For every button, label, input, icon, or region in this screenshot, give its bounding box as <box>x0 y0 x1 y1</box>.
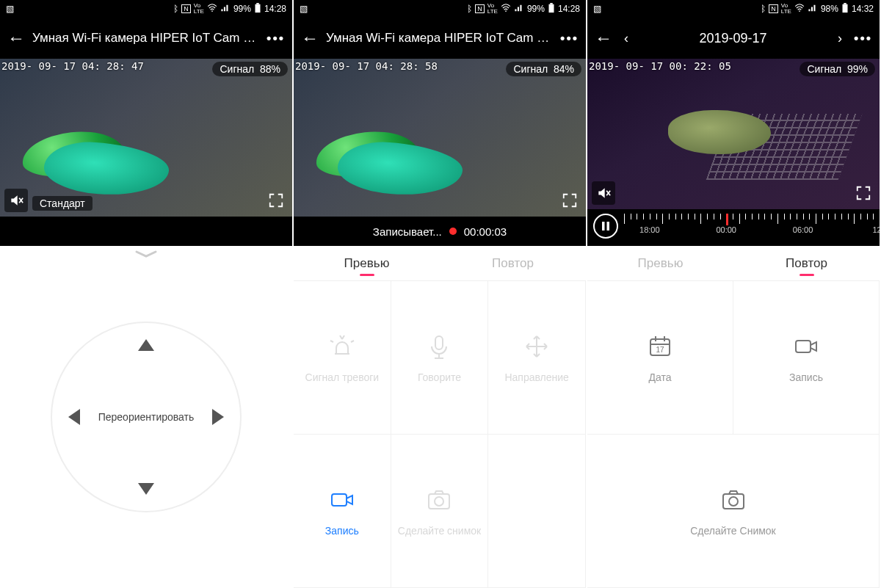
app-header: ← ‹ 2019-09-17 › ••• <box>587 18 880 59</box>
mute-icon[interactable] <box>592 181 615 205</box>
more-icon[interactable]: ••• <box>560 31 579 46</box>
signal-icon <box>220 4 231 15</box>
drag-handle-icon[interactable] <box>135 250 157 256</box>
screenshot-icon: ▧ <box>593 4 601 14</box>
video-timestamp: 2019- 09- 17 04: 28: 47 <box>1 60 144 72</box>
status-bar: ▧ ᛒ N VoLTE 99% 14:28 <box>0 0 292 18</box>
timeline[interactable]: 18:00 00:00 06:00 12 <box>587 209 880 246</box>
more-icon[interactable]: ••• <box>267 31 285 46</box>
back-icon[interactable]: ← <box>595 28 612 48</box>
volte-icon: VoLTE <box>781 3 791 15</box>
battery-text: 99% <box>527 4 545 14</box>
back-icon[interactable]: ← <box>7 28 25 48</box>
nfc-icon: N <box>475 4 485 13</box>
bluetooth-icon: ᛒ <box>467 4 472 14</box>
alarm-button[interactable]: Сигнал тревоги <box>294 281 391 435</box>
mute-icon[interactable] <box>4 189 28 212</box>
ptz-right-button[interactable] <box>212 409 224 425</box>
record-button[interactable]: Запись <box>733 281 880 435</box>
clock-text: 14:28 <box>264 4 286 14</box>
header-date[interactable]: 2019-09-17 <box>640 31 826 46</box>
live-video[interactable]: 2019- 09- 17 04: 28: 47 Сигнал 88% Станд… <box>0 59 292 217</box>
page-title: Умная Wi-Fi камера HIPER IoT Cam M2 <box>326 31 553 46</box>
recording-label: Записывает... <box>373 225 442 238</box>
ptz-up-button[interactable] <box>138 339 154 351</box>
bluetooth-icon: ᛒ <box>761 4 766 14</box>
date-next-icon[interactable]: › <box>833 31 846 46</box>
ptz-ring: Переориентировать <box>51 322 242 512</box>
battery-text: 98% <box>821 4 838 14</box>
action-grid: 17 Дата Запись Сделайте Снимок <box>587 281 880 588</box>
ptz-label: Переориентировать <box>98 411 195 423</box>
signal-badge: Сигнал 99% <box>800 62 875 76</box>
talk-button[interactable]: Говорите <box>391 281 489 435</box>
snapshot-button[interactable]: Сделайте Снимок <box>587 435 880 588</box>
ptz-down-button[interactable] <box>138 483 154 495</box>
live-video[interactable]: 2019- 09- 17 04: 28: 58 Сигнал 84% <box>294 59 586 217</box>
nfc-icon: N <box>769 4 778 13</box>
battery-icon <box>841 3 849 15</box>
timeline-label: 18:00 <box>639 225 660 234</box>
record-button[interactable]: Запись <box>294 435 391 588</box>
screen-live-grid: ▧ ᛒ N VoLTE 99% 14:28 ← Умная Wi-Fi каме… <box>294 0 587 588</box>
app-header: ← Умная Wi-Fi камера HIPER IoT Cam M2 ••… <box>294 18 586 59</box>
timeline-track[interactable]: 18:00 00:00 06:00 12 <box>624 214 880 243</box>
clock-text: 14:28 <box>558 4 580 14</box>
battery-icon <box>548 3 555 15</box>
fullscreen-icon[interactable] <box>852 181 875 205</box>
svg-rect-6 <box>550 3 553 4</box>
back-icon[interactable]: ← <box>301 28 319 48</box>
signal-badge: Сигнал 88% <box>212 62 288 76</box>
screenshot-icon: ▧ <box>6 4 14 14</box>
svg-text:17: 17 <box>656 346 664 354</box>
screen-playback: ▧ ᛒ N VoLTE 98% 14:32 ← ‹ 2019-09-17 › •… <box>587 0 881 588</box>
video-timestamp: 2019- 09- 17 00: 22: 05 <box>589 60 731 72</box>
tab-preview[interactable]: Превью <box>587 246 733 280</box>
video-timestamp: 2019- 09- 17 04: 28: 58 <box>295 60 438 72</box>
action-grid: Сигнал тревоги Говорите Направление Запи… <box>294 281 586 588</box>
snapshot-button[interactable]: Сделайте снимок <box>391 435 489 588</box>
more-icon[interactable]: ••• <box>854 31 872 46</box>
svg-rect-13 <box>844 3 846 4</box>
date-prev-icon[interactable]: ‹ <box>620 31 633 46</box>
svg-rect-18 <box>607 222 610 231</box>
timeline-label: 00:00 <box>716 225 736 234</box>
svg-rect-9 <box>332 494 347 506</box>
wifi-icon <box>501 4 511 15</box>
svg-point-11 <box>435 497 443 506</box>
date-button[interactable]: 17 Дата <box>587 281 733 435</box>
direction-button[interactable]: Направление <box>488 281 586 435</box>
playback-video[interactable]: 2019- 09- 17 00: 22: 05 Сигнал 99% <box>587 59 880 209</box>
bluetooth-icon: ᛒ <box>173 4 178 14</box>
signal-icon <box>514 4 524 15</box>
quality-badge[interactable]: Стандарт <box>32 196 93 211</box>
tab-replay[interactable]: Повтор <box>440 246 586 280</box>
timeline-label: 12 <box>872 225 880 234</box>
pause-icon[interactable] <box>593 214 618 239</box>
battery-icon <box>254 3 261 15</box>
ptz-panel: Переориентировать <box>0 246 292 588</box>
fullscreen-icon[interactable] <box>558 189 581 212</box>
ptz-left-button[interactable] <box>68 409 80 425</box>
svg-rect-2 <box>255 4 260 12</box>
black-strip <box>0 217 292 246</box>
volte-icon: VoLTE <box>194 3 204 15</box>
wifi-icon <box>794 4 805 15</box>
svg-point-23 <box>729 497 738 506</box>
recording-elapsed: 00:00:03 <box>464 225 507 238</box>
svg-rect-8 <box>435 336 443 349</box>
tab-replay[interactable]: Повтор <box>733 246 880 280</box>
signal-icon <box>808 4 818 15</box>
svg-point-12 <box>799 10 800 12</box>
timeline-label: 06:00 <box>793 225 813 234</box>
page-title: Умная Wi-Fi камера HIPER IoT Cam M2 <box>32 31 259 46</box>
fullscreen-icon[interactable] <box>264 189 288 212</box>
volte-icon: VoLTE <box>487 3 498 15</box>
tabs: Превью Повтор <box>294 246 586 281</box>
tab-preview[interactable]: Превью <box>294 246 440 280</box>
clock-text: 14:32 <box>852 4 874 14</box>
timeline-marker[interactable] <box>726 214 728 225</box>
svg-rect-7 <box>548 4 554 12</box>
empty-cell <box>488 435 586 588</box>
app-header: ← Умная Wi-Fi камера HIPER IoT Cam M2 ••… <box>0 18 292 59</box>
